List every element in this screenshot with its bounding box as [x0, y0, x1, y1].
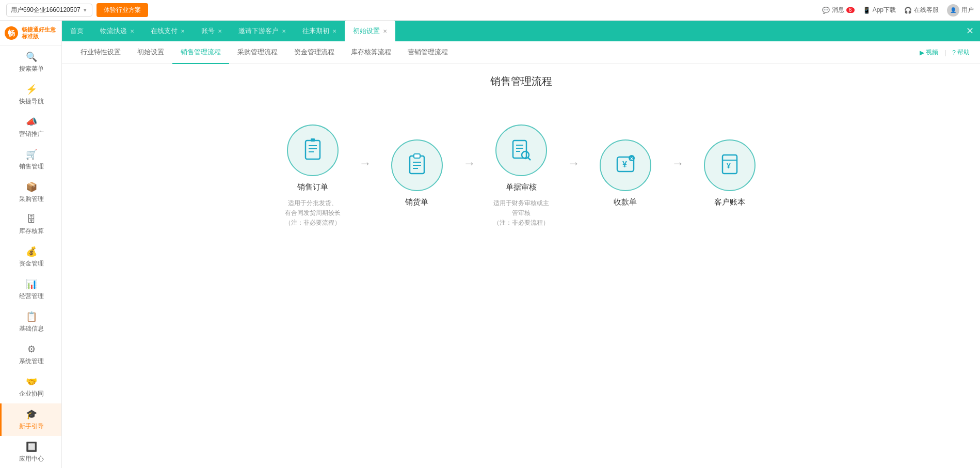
sidebar-logo: 畅 畅捷通好生意 标准版 — [0, 21, 61, 46]
nav-tab-close-initial-setup[interactable]: ✕ — [383, 28, 387, 34]
help-button[interactable]: ? 帮助 — [952, 48, 970, 57]
flow-step-name-sales-order: 销售订单 — [297, 182, 328, 192]
sidebar-item-search-menu[interactable]: 🔍 搜索菜单 — [0, 46, 61, 79]
logo-icon: 畅 — [4, 26, 19, 40]
sidebar-item-quick-nav[interactable]: ⚡ 快捷导航 — [0, 79, 61, 111]
nav-tab-past-period[interactable]: 往来期初✕ — [294, 21, 345, 41]
sidebar-item-basic-info[interactable]: 📋 基础信息 — [0, 306, 61, 338]
message-label: 消息 — [832, 6, 844, 14]
message-icon: 💬 — [822, 7, 830, 14]
sidebar-label-purchase-mgmt: 采购管理 — [19, 195, 44, 204]
sub-header-right: ▶ 视频 | ? 帮助 — [920, 48, 970, 57]
trial-button[interactable]: 体验行业方案 — [97, 3, 148, 17]
sidebar-item-enterprise-collab[interactable]: 🤝 企业协同 — [0, 371, 61, 403]
flow-step-sales-order[interactable]: 销售订单 适用于分批发货、有合同发货周期较长（注：非必要流程） — [271, 124, 354, 228]
chevron-down-icon: ▼ — [83, 7, 88, 13]
flow-step-sales-invoice[interactable]: 销货单 — [376, 139, 458, 213]
nav-tab-account[interactable]: 账号✕ — [193, 21, 230, 41]
sidebar-icon-new-guide: 🎓 — [26, 409, 37, 420]
logo-text: 畅捷通好生意 标准版 — [22, 26, 56, 40]
sidebar: 畅 畅捷通好生意 标准版 🔍 搜索菜单 ⚡ 快捷导航 📣 营销推广 🛒 销售管理… — [0, 21, 62, 468]
sidebar-item-app-center[interactable]: 🔲 应用中心 — [0, 436, 61, 468]
nav-tab-home[interactable]: 首页 — [62, 21, 92, 41]
message-group[interactable]: 💬 消息 6 — [822, 6, 855, 14]
page-content: 销售管理流程 销售订单 适用于分批发货、有合同发货周期较长（注：非必要流程） →… — [62, 64, 980, 468]
sidebar-icon-system-mgmt: ⚙ — [27, 344, 36, 355]
sidebar-item-sales-mgmt[interactable]: 🛒 销售管理 — [0, 144, 61, 176]
flow-arrow-2: → — [563, 156, 584, 170]
sub-tab-inventory-flow[interactable]: 库存核算流程 — [343, 41, 399, 64]
flow-step-desc-document-review: 适用于财务审核或主管审核（注：非必要流程） — [493, 198, 549, 228]
flow-step-customer-account[interactable]: ¥ 客户账本 — [688, 139, 771, 213]
nav-tab-close-account[interactable]: ✕ — [218, 28, 222, 34]
play-icon: ▶ — [920, 49, 924, 56]
main-layout: 畅 畅捷通好生意 标准版 🔍 搜索菜单 ⚡ 快捷导航 📣 营销推广 🛒 销售管理… — [0, 21, 980, 468]
sidebar-icon-basic-info: 📋 — [26, 311, 37, 322]
flow-arrow-3: → — [667, 156, 688, 170]
sidebar-item-operations-mgmt[interactable]: 📊 经营管理 — [0, 273, 61, 306]
nav-tab-online-payment[interactable]: 在线支付✕ — [142, 21, 193, 41]
nav-tab-close-logistics[interactable]: ✕ — [130, 28, 134, 34]
sidebar-icon-marketing-promo: 📣 — [26, 116, 37, 128]
sub-tab-purchase-flow[interactable]: 采购管理流程 — [229, 41, 286, 64]
sidebar-label-inventory: 库存核算 — [19, 227, 44, 236]
svg-rect-2 — [306, 141, 320, 159]
sub-tab-industry-settings[interactable]: 行业特性设置 — [72, 41, 129, 64]
sidebar-label-new-guide: 新手引导 — [19, 422, 44, 431]
sidebar-icon-inventory: 🗄 — [27, 214, 36, 225]
svg-text:¥: ¥ — [727, 162, 731, 170]
online-service-group[interactable]: 🎧 在线客服 — [904, 6, 939, 14]
flow-arrow-1: → — [458, 156, 480, 170]
app-download-label: App下载 — [873, 6, 896, 14]
user-selector-text: 用户690企业1660120507 — [11, 6, 81, 14]
video-help-button[interactable]: ▶ 视频 — [920, 48, 938, 57]
nav-tab-logistics[interactable]: 物流快递✕ — [92, 21, 142, 41]
sidebar-label-basic-info: 基础信息 — [19, 324, 44, 333]
flow-step-name-sales-invoice: 销货单 — [405, 197, 428, 207]
sub-tab-sales-flow[interactable]: 销售管理流程 — [172, 41, 229, 64]
sub-tab-initial-setup[interactable]: 初始设置 — [129, 41, 172, 64]
sidebar-item-finance-mgmt[interactable]: 💰 资金管理 — [0, 241, 61, 273]
flow-step-receipt[interactable]: ¥ × 收款单 — [584, 139, 667, 213]
nav-tab-label-past-period: 往来期初 — [302, 26, 329, 36]
sidebar-label-sales-mgmt: 销售管理 — [19, 162, 44, 171]
sidebar-icon-search-menu: 🔍 — [26, 51, 37, 63]
svg-line-17 — [528, 158, 531, 160]
user-avatar-group[interactable]: 👤 用户 — [947, 4, 974, 17]
flow-step-document-review[interactable]: 单据审核 适用于财务审核或主管审核（注：非必要流程） — [480, 124, 563, 228]
svg-rect-8 — [414, 154, 420, 158]
page-title: 销售管理流程 — [72, 74, 970, 88]
sidebar-icon-app-center: 🔲 — [26, 441, 37, 453]
sidebar-label-finance-mgmt: 资金管理 — [19, 259, 44, 268]
sub-tab-label-industry-settings: 行业特性设置 — [81, 48, 121, 57]
flow-arrow-0: → — [354, 156, 376, 170]
nav-tab-initial-setup[interactable]: 初始设置✕ — [345, 21, 395, 41]
user-selector[interactable]: 用户690企业1660120507 ▼ — [6, 4, 92, 17]
sidebar-icon-enterprise-collab: 🤝 — [26, 376, 37, 387]
svg-text:×: × — [630, 156, 633, 162]
sidebar-item-new-guide[interactable]: 🎓 新手引导 — [0, 403, 61, 436]
sidebar-item-marketing-promo[interactable]: 📣 营销推广 — [0, 111, 61, 144]
avatar: 👤 — [947, 4, 959, 17]
top-bar-left: 用户690企业1660120507 ▼ 体验行业方案 — [6, 3, 148, 17]
sidebar-label-enterprise-collab: 企业协同 — [19, 389, 44, 398]
sidebar-item-system-mgmt[interactable]: ⚙ 系统管理 — [0, 338, 61, 371]
sidebar-label-system-mgmt: 系统管理 — [19, 357, 44, 366]
nav-tab-close-past-period[interactable]: ✕ — [332, 28, 336, 34]
close-all-tabs-button[interactable]: ✕ — [960, 25, 980, 37]
nav-tab-invite-downstream[interactable]: 邀请下游客户✕ — [230, 21, 294, 41]
sub-tab-label-sales-flow: 销售管理流程 — [181, 48, 221, 57]
sub-tab-capital-flow[interactable]: 资金管理流程 — [286, 41, 343, 64]
nav-tab-close-online-payment[interactable]: ✕ — [181, 28, 185, 34]
sidebar-item-purchase-mgmt[interactable]: 📦 采购管理 — [0, 176, 61, 209]
help-label: 帮助 — [957, 48, 970, 57]
sub-tab-marketing-flow[interactable]: 营销管理流程 — [399, 41, 456, 64]
sidebar-item-inventory[interactable]: 🗄 库存核算 — [0, 209, 61, 241]
flow-icon-document-review — [509, 137, 534, 164]
svg-rect-6 — [311, 138, 315, 142]
nav-tab-close-invite-downstream[interactable]: ✕ — [282, 28, 286, 34]
app-download-group[interactable]: 📱 App下载 — [863, 6, 896, 14]
flow-icon-sales-invoice — [405, 152, 429, 178]
sidebar-icon-finance-mgmt: 💰 — [26, 246, 37, 257]
flow-circle-document-review — [495, 124, 547, 176]
